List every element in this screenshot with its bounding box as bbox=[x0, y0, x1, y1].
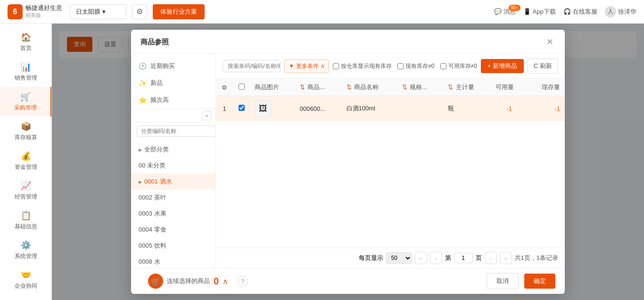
product-search-input[interactable] bbox=[223, 60, 281, 72]
sidebar: 🏠 首页 📊 销售管理 🛒 采购管理 📦 库存核算 💰 资金管理 📈 经营管理 … bbox=[0, 24, 52, 300]
available-nonzero-checkbox[interactable]: 可用库存≠0 bbox=[440, 62, 477, 70]
settings-icon[interactable]: ⚙ bbox=[222, 84, 227, 91]
product-search-wrap: 🔍 bbox=[223, 60, 281, 72]
mobile-icon: 📱 bbox=[523, 8, 531, 15]
table-header-row: ⚙ 商品图片 bbox=[216, 79, 565, 96]
product-table-wrap: ⚙ 商品图片 bbox=[216, 79, 565, 248]
product-spec-cell bbox=[397, 96, 444, 121]
tab-recent-purchase[interactable]: 🕐 近期购买 bbox=[131, 58, 215, 75]
bell-icon: 💬 bbox=[494, 8, 502, 15]
sidebar-item-enterprise[interactable]: 🤝 企业协同 bbox=[0, 265, 51, 295]
category-0004[interactable]: 0004 零食 bbox=[131, 222, 215, 238]
name-column-header[interactable]: ⇅ 商品名称 bbox=[342, 79, 397, 96]
help-icon[interactable]: ? bbox=[238, 276, 248, 286]
stock-nonzero-input[interactable] bbox=[397, 63, 404, 69]
cta-button[interactable]: 体验行业方案 bbox=[153, 4, 205, 19]
category-0001[interactable]: ▶ 0001 酒水 bbox=[131, 174, 215, 190]
collapse-left-panel-button[interactable]: « bbox=[202, 111, 212, 120]
category-search-input[interactable] bbox=[137, 125, 216, 137]
tab-new-products[interactable]: ✨ 新品 bbox=[131, 75, 215, 92]
product-unit-cell: 瓶 bbox=[443, 96, 491, 121]
category-0003[interactable]: 0003 水果 bbox=[131, 206, 215, 222]
stock-nonzero-checkbox[interactable]: 现有库存≠0 bbox=[397, 62, 434, 70]
product-thumbnail: 🖼 bbox=[255, 100, 272, 117]
tab-high-frequency[interactable]: ⭐ 频次高 bbox=[131, 92, 215, 108]
table-row[interactable]: 1 🖼 000600... 白酒100ml bbox=[216, 96, 565, 121]
add-product-button[interactable]: + 新增商品 bbox=[481, 59, 524, 73]
active-arrow-icon: ▶ bbox=[139, 179, 142, 184]
sidebar-item-inventory[interactable]: 📦 库存核算 bbox=[0, 117, 51, 146]
warehouse-display-input[interactable] bbox=[333, 63, 339, 69]
top-nav: 6 畅捷通好生意 精英版 日太阳膜 ▾ ⚙ 体验行业方案 💬 消息 99+ 📱 … bbox=[0, 0, 644, 24]
available-column-header: 可用量 bbox=[491, 79, 528, 96]
logo-icon: 6 bbox=[8, 4, 23, 19]
home-icon: 🏠 bbox=[21, 32, 31, 42]
chevron-down-icon: ▾ bbox=[102, 8, 106, 15]
new-icon: ✨ bbox=[139, 79, 147, 87]
category-0002[interactable]: 0002 茶叶 bbox=[131, 190, 215, 206]
star-icon: ⭐ bbox=[139, 96, 147, 104]
sort-icon: ⇅ bbox=[347, 83, 352, 91]
online-service-item[interactable]: 🎧 在线客服 bbox=[563, 8, 597, 16]
cancel-button[interactable]: 取消 bbox=[487, 273, 519, 289]
row-index: 1 bbox=[216, 96, 233, 121]
nav-dropdown[interactable]: 日太阳膜 ▾ bbox=[70, 4, 126, 19]
code-column-header[interactable]: ⇅ 商品... bbox=[295, 79, 342, 96]
sidebar-item-purchase[interactable]: 🛒 采购管理 bbox=[0, 87, 51, 117]
cart-icon: 🛒 bbox=[148, 274, 163, 289]
sidebar-item-operations[interactable]: 📈 经营管理 bbox=[0, 176, 51, 206]
stock-column-header: 现存量 bbox=[528, 79, 565, 96]
app-download-item[interactable]: 📱 App下载 bbox=[523, 8, 556, 16]
operations-icon: 📈 bbox=[21, 181, 31, 191]
confirm-button[interactable]: 确定 bbox=[524, 274, 555, 289]
select-all-checkbox[interactable] bbox=[239, 83, 245, 90]
product-stock-cell: -1 bbox=[528, 96, 565, 121]
product-image-cell: 🖼 bbox=[250, 96, 295, 121]
enterprise-icon: 🤝 bbox=[21, 270, 31, 280]
total-info: 共1页，1条记录 bbox=[515, 254, 558, 262]
sidebar-item-system[interactable]: ⚙️ 系统管理 bbox=[0, 235, 51, 265]
category-0008[interactable]: 0008 水 bbox=[131, 254, 215, 268]
last-page-button[interactable]: » bbox=[500, 252, 512, 264]
sales-icon: 📊 bbox=[21, 62, 31, 72]
modal-close-button[interactable]: ✕ bbox=[544, 36, 555, 48]
notifications-item[interactable]: 💬 消息 99+ bbox=[494, 8, 516, 16]
inventory-icon: 📦 bbox=[21, 121, 31, 132]
product-code-cell: 000600... bbox=[295, 96, 342, 121]
sidebar-item-guide[interactable]: 🎯 新手引导 bbox=[0, 295, 51, 300]
nav-right: 💬 消息 99+ 📱 App下载 🎧 在线客服 人 徐泽华 bbox=[494, 6, 636, 17]
settings-column-header: ⚙ bbox=[216, 79, 233, 96]
notifications-badge: 99+ bbox=[509, 5, 520, 11]
layout: 🏠 首页 📊 销售管理 🛒 采购管理 📦 库存核算 💰 资金管理 📈 经营管理 … bbox=[0, 24, 644, 300]
collapse-cart-icon[interactable]: ∧ bbox=[223, 277, 228, 286]
refresh-button[interactable]: C 刷新 bbox=[528, 58, 558, 74]
unit-column-header[interactable]: ⇅ 主计量 bbox=[443, 79, 491, 96]
filter-icon: ▼ bbox=[289, 63, 294, 69]
sidebar-item-sales[interactable]: 📊 销售管理 bbox=[0, 57, 51, 87]
next-page-button[interactable]: › bbox=[485, 252, 497, 264]
settings-gear-icon[interactable]: ⚙ bbox=[132, 4, 147, 19]
available-nonzero-input[interactable] bbox=[440, 63, 446, 69]
recent-icon: 🕐 bbox=[139, 62, 147, 70]
sort-icon: ⇅ bbox=[402, 83, 407, 91]
prev-page-button[interactable]: ‹ bbox=[430, 252, 442, 264]
finance-icon: 💰 bbox=[21, 151, 31, 161]
spec-column-header[interactable]: ⇅ 规格... bbox=[397, 79, 444, 96]
warehouse-display-checkbox[interactable]: 按仓库显示现有库存 bbox=[333, 62, 392, 70]
page-size-select[interactable]: 50 10 20 100 bbox=[386, 252, 412, 264]
sidebar-item-finance[interactable]: 💰 资金管理 bbox=[0, 146, 51, 176]
more-filters-button[interactable]: ▼ 更多条件 ∧ bbox=[284, 59, 329, 73]
user-item[interactable]: 人 徐泽华 bbox=[605, 6, 636, 17]
headset-icon: 🎧 bbox=[563, 8, 571, 15]
category-all[interactable]: ▶ 全部分类 bbox=[131, 142, 215, 158]
sidebar-item-home[interactable]: 🏠 首页 bbox=[0, 27, 51, 57]
page-number-input[interactable] bbox=[454, 253, 473, 263]
sidebar-item-basic-info[interactable]: 📋 基础信息 bbox=[0, 206, 51, 235]
brand-name: 畅捷通好生意 bbox=[25, 4, 62, 12]
category-0005[interactable]: 0005 饮料 bbox=[131, 238, 215, 254]
first-page-button[interactable]: « bbox=[415, 252, 427, 264]
product-table: ⚙ 商品图片 bbox=[216, 79, 565, 121]
row-select-checkbox[interactable] bbox=[239, 105, 245, 111]
modal-overlay: 商品参照 ✕ 🕐 近期购买 ✨ 新 bbox=[52, 24, 644, 300]
category-00[interactable]: 00 未分类 bbox=[131, 158, 215, 174]
